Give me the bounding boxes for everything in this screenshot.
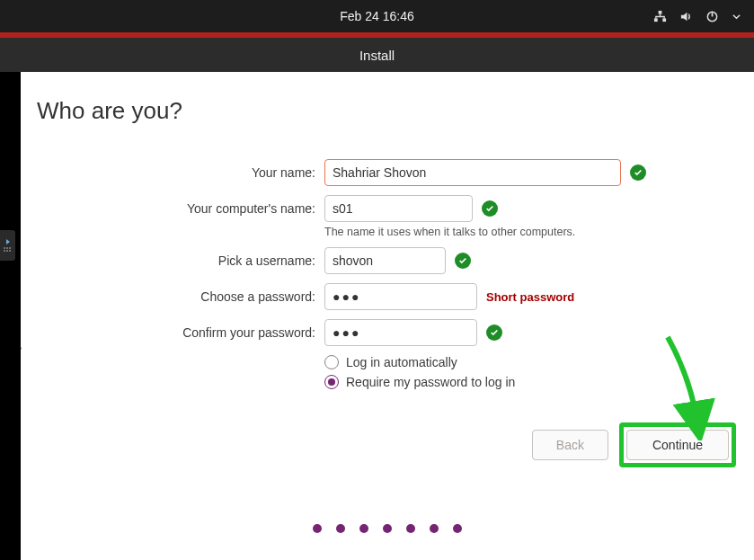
radio-require-password[interactable]: Require my password to log in xyxy=(324,375,729,389)
dock-expand-icon xyxy=(6,239,10,244)
password-strength-text: Short password xyxy=(486,290,574,304)
back-button[interactable]: Back xyxy=(532,430,608,460)
radio-label: Require my password to log in xyxy=(346,375,515,389)
chevron-down-icon[interactable] xyxy=(732,12,741,22)
label-confirm-password: Confirm your password: xyxy=(37,325,324,340)
network-icon[interactable] xyxy=(653,10,667,23)
svg-rect-0 xyxy=(659,10,662,13)
check-icon xyxy=(630,164,646,181)
window-title: Install xyxy=(359,48,395,63)
annotation-highlight: Continue xyxy=(619,422,736,467)
radio-icon xyxy=(324,375,339,389)
username-input[interactable] xyxy=(324,247,446,274)
check-icon xyxy=(455,253,471,269)
power-icon[interactable] xyxy=(705,10,719,23)
progress-dot xyxy=(453,524,462,533)
computer-name-hint: The name it uses when it talks to other … xyxy=(324,226,729,238)
row-your-name: Your name: xyxy=(37,159,729,186)
your-name-input[interactable] xyxy=(324,159,621,186)
row-password: Choose a password: Short password xyxy=(37,283,729,310)
login-options: Log in automatically Require my password… xyxy=(324,355,729,389)
confirm-password-input[interactable] xyxy=(324,319,477,346)
installer-page: Who are you? Your name: Your computer's … xyxy=(21,72,754,560)
volume-icon[interactable] xyxy=(679,10,693,23)
status-tray[interactable] xyxy=(653,0,741,32)
progress-dot xyxy=(359,524,368,533)
radio-icon xyxy=(324,355,339,369)
navigation-buttons: Back Continue xyxy=(532,422,736,467)
label-computer-name: Your computer's name: xyxy=(37,201,324,216)
progress-dot xyxy=(336,524,345,533)
radio-auto-login[interactable]: Log in automatically xyxy=(324,355,729,369)
svg-rect-1 xyxy=(654,18,658,22)
row-confirm-password: Confirm your password: xyxy=(37,319,729,346)
progress-dot xyxy=(406,524,415,533)
page-title: Who are you? xyxy=(37,97,729,125)
progress-dots xyxy=(21,524,754,533)
progress-dot xyxy=(313,524,322,533)
progress-dot xyxy=(430,524,439,533)
continue-button[interactable]: Continue xyxy=(626,430,729,460)
computer-name-input[interactable] xyxy=(324,195,473,222)
progress-dot xyxy=(383,524,392,533)
label-your-name: Your name: xyxy=(37,165,324,180)
dock-stub[interactable] xyxy=(0,230,15,261)
label-username: Pick a username: xyxy=(37,253,324,268)
radio-label: Log in automatically xyxy=(346,355,457,369)
password-input[interactable] xyxy=(324,283,477,310)
dock-grip-icon xyxy=(4,247,13,252)
check-icon xyxy=(482,200,498,217)
label-password: Choose a password: xyxy=(37,289,324,304)
svg-rect-2 xyxy=(662,18,666,22)
system-top-bar: Feb 24 16:46 xyxy=(0,0,754,32)
clock: Feb 24 16:46 xyxy=(340,9,414,23)
window-title-bar: Install xyxy=(0,38,754,72)
check-icon xyxy=(486,324,502,341)
row-username: Pick a username: xyxy=(37,247,729,274)
row-computer-name: Your computer's name: xyxy=(37,195,729,222)
